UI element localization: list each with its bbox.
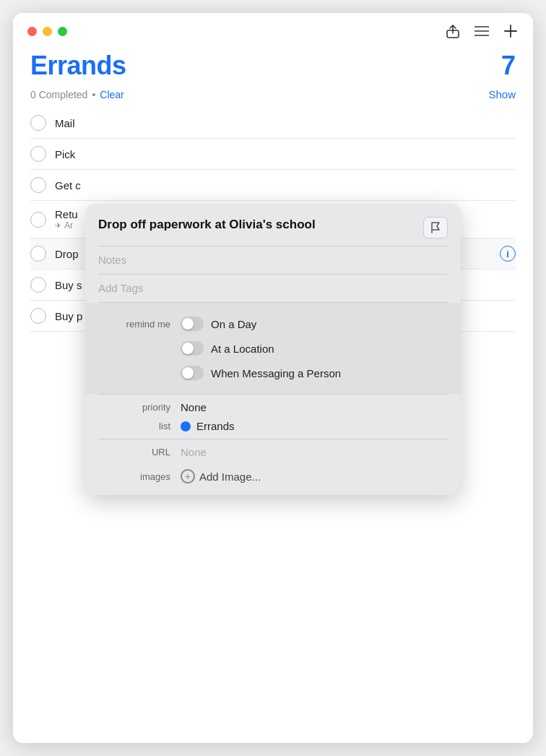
tags-placeholder: Add Tags [98, 282, 143, 294]
remind-on-day-row: remind me On a Day [98, 312, 448, 336]
url-label: URL [98, 447, 170, 458]
checkbox-7[interactable] [30, 308, 46, 324]
list-item: Get c [30, 170, 516, 201]
toggle-knob [182, 318, 194, 330]
checkbox-5[interactable] [30, 246, 46, 262]
traffic-lights [27, 27, 67, 36]
flag-button[interactable] [423, 217, 448, 239]
toolbar-actions [445, 23, 519, 39]
detail-popup: Drop off paperwork at Olivia's school No… [85, 204, 461, 495]
toggle-knob-2 [182, 343, 194, 354]
notes-field[interactable]: Notes [85, 246, 461, 274]
priority-label: priority [98, 402, 170, 413]
clear-button[interactable]: Clear [100, 89, 124, 100]
add-icon[interactable] [503, 23, 519, 39]
share-icon[interactable] [445, 23, 461, 39]
url-row: URL None [85, 439, 461, 465]
popup-header: Drop off paperwork at Olivia's school [85, 204, 461, 246]
list-row: list Errands [85, 420, 461, 439]
on-a-day-label: On a Day [211, 318, 256, 330]
popup-title: Drop off paperwork at Olivia's school [98, 217, 416, 233]
remind-me-label: remind me [98, 319, 170, 330]
maximize-button[interactable] [58, 27, 67, 36]
show-button[interactable]: Show [488, 88, 516, 100]
checkbox-1[interactable] [30, 115, 46, 131]
title-bar [13, 13, 533, 45]
notes-placeholder: Notes [98, 254, 126, 266]
list-color-dot [181, 421, 191, 431]
location-icon-4: ✈ [55, 221, 61, 231]
reminder-sublocation-4: Ar [64, 220, 73, 231]
remind-at-location-row: At a Location [98, 336, 448, 361]
checkbox-3[interactable] [30, 177, 46, 193]
add-image-button[interactable]: + Add Image... [181, 469, 261, 484]
list-label: list [98, 421, 170, 431]
list-item: Pick [30, 139, 516, 170]
remind-me-section: remind me On a Day At a Location [85, 303, 461, 394]
at-a-location-toggle[interactable] [181, 341, 204, 356]
reminder-text-3: Get c [55, 179, 516, 192]
on-a-day-toggle[interactable] [181, 317, 204, 331]
dot-separator: • [92, 89, 95, 100]
page-title: Errands [30, 51, 126, 81]
page-count: 7 [501, 51, 516, 81]
at-a-location-label: At a Location [211, 343, 274, 355]
page-header: Errands 7 [30, 45, 516, 84]
toggle-knob-3 [182, 367, 194, 379]
when-messaging-label: When Messaging a Person [211, 367, 341, 379]
main-content: Errands 7 0 Completed • Clear Show Mail … [13, 45, 533, 743]
list-icon[interactable] [474, 23, 490, 39]
remind-when-messaging-row: When Messaging a Person [98, 361, 448, 385]
add-image-icon: + [181, 469, 195, 484]
checkbox-2[interactable] [30, 146, 46, 162]
when-messaging-toggle[interactable] [181, 366, 204, 380]
add-image-label: Add Image... [199, 471, 261, 483]
priority-value: None [181, 401, 207, 413]
minimize-button[interactable] [43, 27, 52, 36]
checkbox-4[interactable] [30, 212, 46, 228]
completed-label: 0 Completed [30, 89, 87, 100]
info-button-5[interactable]: i [500, 246, 516, 262]
checkbox-6[interactable] [30, 277, 46, 293]
images-label: images [98, 471, 170, 482]
reminder-text-2: Pick [55, 148, 516, 160]
tags-field[interactable]: Add Tags [85, 275, 461, 302]
images-row: images + Add Image... [85, 465, 461, 495]
url-value[interactable]: None [181, 446, 207, 458]
completed-bar: 0 Completed • Clear Show [30, 84, 516, 108]
app-window: Errands 7 0 Completed • Clear Show Mail … [13, 13, 533, 743]
close-button[interactable] [27, 27, 37, 36]
priority-row: priority None [85, 395, 461, 420]
list-item: Mail [30, 108, 516, 139]
list-value: Errands [196, 420, 235, 432]
reminder-text-1: Mail [55, 117, 516, 129]
